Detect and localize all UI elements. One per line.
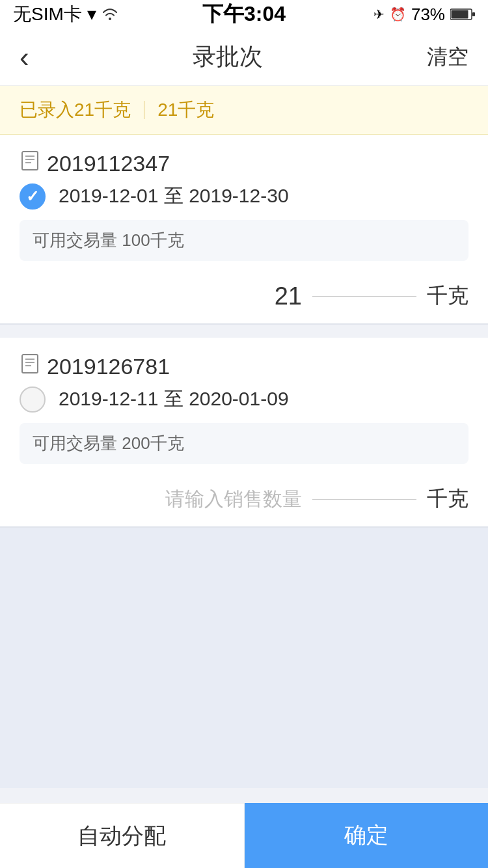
batch-1-underline	[312, 296, 416, 297]
batch-1-id: 2019112347	[47, 151, 170, 176]
batch-2-available: 可用交易量 200千克	[20, 423, 468, 464]
batch-1-available: 可用交易量 100千克	[20, 220, 468, 261]
batch-2-underline	[312, 499, 416, 500]
batch-2-unit: 千克	[427, 485, 468, 513]
auto-distribute-button[interactable]: 自动分配	[0, 803, 245, 868]
batch-2-available-qty: 200千克	[122, 433, 183, 453]
status-right: ✈ ⏰ 73%	[373, 5, 475, 25]
batch-2-date: 2019-12-11 至 2020-01-09	[59, 386, 289, 413]
batch-card-1: 2019112347 2019-12-01 至 2019-12-30 可用交易量…	[0, 135, 488, 323]
batch-1-header: 2019112347	[0, 135, 488, 183]
wifi-icon	[102, 4, 118, 25]
clear-button[interactable]: 清空	[427, 43, 468, 72]
svg-rect-2	[472, 12, 475, 16]
batch-1-available-label: 可用交易量	[33, 230, 117, 250]
location-icon: ✈	[373, 7, 385, 22]
batch-2-icon	[20, 353, 40, 379]
back-button[interactable]: ‹	[20, 43, 29, 72]
batch-card-2: 2019126781 2019-12-11 至 2020-01-09 可用交易量…	[0, 338, 488, 526]
batch-2-available-label: 可用交易量	[33, 433, 117, 453]
card-gap	[0, 325, 488, 338]
total-label: 21千克	[157, 98, 214, 122]
info-banner: 已录入21千克 21千克	[0, 86, 488, 135]
confirm-button[interactable]: 确定	[245, 803, 489, 868]
batch-1-quantity-row: 21 千克	[0, 271, 488, 323]
batch-2-date-row[interactable]: 2019-12-11 至 2020-01-09	[0, 386, 488, 423]
batch-2-id: 2019126781	[47, 354, 170, 379]
batch-2-quantity-row: 请输入销售数量 千克	[0, 474, 488, 526]
info-banner-divider	[144, 101, 144, 119]
recorded-label: 已录入21千克	[20, 98, 131, 122]
batch-1-quantity-value: 21	[275, 282, 302, 310]
alarm-icon: ⏰	[390, 7, 406, 22]
battery-percent: 73%	[411, 5, 445, 25]
batch-1-unit: 千克	[427, 282, 468, 310]
status-time: 下午3:04	[202, 0, 286, 29]
battery-icon	[450, 5, 475, 25]
batch-2-header: 2019126781	[0, 338, 488, 386]
batch-1-date: 2019-12-01 至 2019-12-30	[59, 183, 289, 210]
page-title: 录批次	[193, 41, 263, 73]
svg-rect-3	[22, 152, 38, 170]
bottom-bar: 自动分配 确定	[0, 803, 488, 868]
batch-1-available-qty: 100千克	[122, 230, 183, 250]
batch-1-icon	[20, 150, 40, 176]
nav-bar: ‹ 录批次 清空	[0, 29, 488, 86]
batch-1-date-row[interactable]: 2019-12-01 至 2019-12-30	[0, 183, 488, 220]
status-bar: 无SIM卡 ▾ 下午3:04 ✈ ⏰ 73%	[0, 0, 488, 29]
batch-1-radio[interactable]	[20, 183, 46, 210]
status-left: 无SIM卡 ▾	[13, 2, 118, 27]
svg-rect-7	[22, 355, 38, 373]
batch-2-radio[interactable]	[20, 387, 46, 413]
batch-2-quantity-placeholder: 请输入销售数量	[165, 486, 302, 513]
empty-area	[0, 528, 488, 788]
sim-text: 无SIM卡 ▾	[13, 2, 96, 27]
svg-rect-1	[452, 10, 468, 18]
